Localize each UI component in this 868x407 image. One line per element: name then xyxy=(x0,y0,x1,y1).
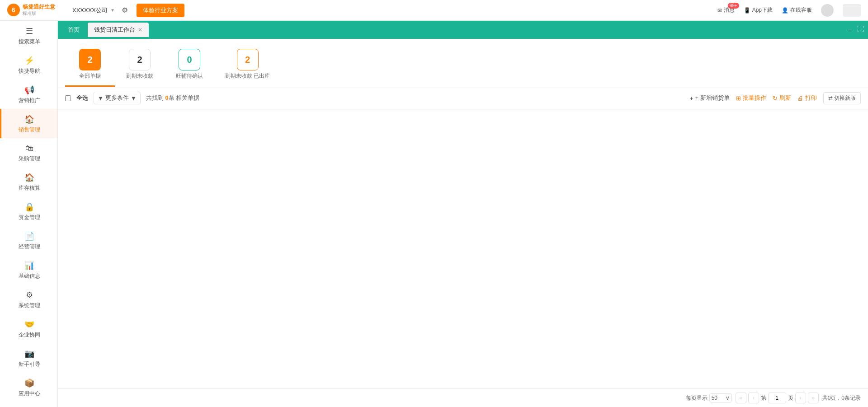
logo-sub: 标准版 xyxy=(23,10,55,17)
sidebar-item-basic-info[interactable]: 📊 基础信息 xyxy=(0,255,57,285)
stat-label-wangwang: 旺辅待确认 xyxy=(176,72,203,80)
inventory-icon: 🏠 xyxy=(24,173,34,182)
refresh-icon: ↻ xyxy=(773,95,778,102)
total-info: 共0页，0条记录 xyxy=(822,394,861,402)
page-suffix: 页 xyxy=(788,394,793,402)
stat-tab-overdue-shipped[interactable]: 2 到期未收款 已出库 xyxy=(214,44,281,87)
online-service-label: 在线客服 xyxy=(790,6,812,14)
logo-icon: 6 xyxy=(7,4,20,16)
sidebar-item-label: 资金管理 xyxy=(19,214,40,221)
avatar[interactable] xyxy=(821,4,834,17)
sidebar-item-inventory[interactable]: 🏠 库存核算 xyxy=(0,167,57,196)
filter-button[interactable]: ▼ 更多条件 ▼ xyxy=(94,92,141,104)
app-center-icon: 📦 xyxy=(24,378,34,388)
sidebar-item-label: 基础信息 xyxy=(19,272,40,280)
tab-actions: － ⛶ xyxy=(846,25,864,35)
tab-home-label: 首页 xyxy=(68,26,80,34)
stat-number-wangwang: 0 xyxy=(179,49,200,70)
company-selector[interactable]: XXXXXX公司 ▼ xyxy=(72,6,115,14)
refresh-button[interactable]: ↻ 刷新 xyxy=(773,94,791,102)
print-button[interactable]: 🖨 打印 xyxy=(797,94,817,102)
sidebar-item-purchase[interactable]: 🛍 采购管理 xyxy=(0,138,57,167)
found-count: 0 xyxy=(165,94,168,101)
trial-button[interactable]: 体验行业方案 xyxy=(137,4,184,17)
sidebar-item-label: 系统管理 xyxy=(19,302,40,309)
service-icon: 👤 xyxy=(782,7,788,14)
sidebar-item-cooperation[interactable]: 🤝 企业协同 xyxy=(0,314,57,343)
sidebar-item-label: 应用中心 xyxy=(19,390,40,398)
batch-operation-button[interactable]: ⊞ 批量操作 xyxy=(736,94,766,102)
stat-label-overdue-shipped: 到期未收款 已出库 xyxy=(225,72,270,80)
sidebar-item-quick-nav[interactable]: ⚡ 快捷导航 xyxy=(0,50,57,80)
sidebar-item-label: 企业协同 xyxy=(19,331,40,339)
stats-tabs: 2 全部单据 2 到期未收款 0 旺辅待确认 2 到期未收款 已出库 xyxy=(65,44,861,87)
top-header: 6 畅捷通好生意 标准版 XXXXXX公司 ▼ ⚙ 体验行业方案 ✉ 消息 99… xyxy=(0,0,868,21)
system-icon: ⚙ xyxy=(26,290,33,300)
sidebar-item-app-center[interactable]: 📦 应用中心 xyxy=(0,373,57,402)
filter-chevron-icon: ▼ xyxy=(131,95,137,102)
sidebar-item-search-menu[interactable]: ☰ 搜索菜单 xyxy=(0,21,57,50)
stat-label-all: 全部单据 xyxy=(79,72,101,80)
add-order-button[interactable]: + + 新增销货单 xyxy=(690,94,730,102)
phone-icon: 📱 xyxy=(744,7,750,14)
sidebar-item-label: 新手引导 xyxy=(19,360,40,368)
sidebar-item-wechat[interactable]: 💬 企业微信 xyxy=(0,402,57,407)
sidebar-item-sales[interactable]: 🏠 销售管理 xyxy=(0,109,57,138)
tab-minimize-icon[interactable]: － xyxy=(846,25,854,35)
app-download-action[interactable]: 📱 App下载 xyxy=(744,6,773,14)
stat-tab-wangwang[interactable]: 0 旺辅待确认 xyxy=(165,44,214,87)
tab-maximize-icon[interactable]: ⛶ xyxy=(857,25,864,35)
refresh-label: 刷新 xyxy=(779,94,791,102)
page-size-value: 50 xyxy=(712,395,717,401)
message-badge: 99+ xyxy=(728,3,739,9)
sidebar-item-operations[interactable]: 📄 经营管理 xyxy=(0,226,57,255)
page-nav: « ‹ 第 页 › » xyxy=(736,393,819,403)
message-action[interactable]: ✉ 消息 99+ xyxy=(717,6,735,14)
operations-icon: 📄 xyxy=(24,231,34,241)
logo-area: 6 畅捷通好生意 标准版 xyxy=(7,4,65,16)
prev-page-button[interactable]: ‹ xyxy=(748,393,759,403)
select-all-checkbox[interactable] xyxy=(65,95,71,101)
sidebar: ☰ 搜索菜单 ⚡ 快捷导航 📢 营销推广 🏠 销售管理 🛍 采购管理 🏠 库存核… xyxy=(0,21,58,407)
main-content: 首页 钱货日清工作台 ✕ － ⛶ 2 全部单据 xyxy=(58,21,868,407)
sales-icon: 🏠 xyxy=(24,114,34,124)
batch-icon: ⊞ xyxy=(736,95,741,102)
page-area: 2 全部单据 2 到期未收款 0 旺辅待确认 2 到期未收款 已出库 xyxy=(58,39,868,407)
toolbar: 全选 ▼ 更多条件 ▼ 共找到 0条 相关单据 + + 新增销货单 ⊞ xyxy=(58,87,868,109)
sidebar-item-marketing[interactable]: 📢 营销推广 xyxy=(0,80,57,109)
stat-tab-overdue[interactable]: 2 到期未收款 xyxy=(115,44,165,87)
sidebar-item-label: 经营管理 xyxy=(19,243,40,251)
switch-version-button[interactable]: ⇄ 切换新版 xyxy=(823,92,861,104)
next-page-button[interactable]: › xyxy=(795,393,806,403)
stat-tab-all[interactable]: 2 全部单据 xyxy=(65,44,115,87)
company-name: XXXXXX公司 xyxy=(72,6,108,14)
last-page-button[interactable]: » xyxy=(808,393,819,403)
app-container: ☰ 搜索菜单 ⚡ 快捷导航 📢 营销推广 🏠 销售管理 🛍 采购管理 🏠 库存核… xyxy=(0,21,868,407)
online-service-action[interactable]: 👤 在线客服 xyxy=(782,6,812,14)
print-icon: 🖨 xyxy=(797,95,803,102)
sidebar-item-system[interactable]: ⚙ 系统管理 xyxy=(0,285,57,314)
tab-workbench-label: 钱货日清工作台 xyxy=(94,26,135,34)
filter-label: 更多条件 xyxy=(105,94,129,102)
tab-workbench[interactable]: 钱货日清工作台 ✕ xyxy=(88,23,149,37)
settings-icon[interactable]: ⚙ xyxy=(118,4,131,17)
tab-bar: 首页 钱货日清工作台 ✕ － ⛶ xyxy=(58,21,868,39)
tab-close-icon[interactable]: ✕ xyxy=(138,27,142,33)
select-all-label: 全选 xyxy=(76,94,88,102)
first-page-button[interactable]: « xyxy=(736,393,746,403)
page-number-input[interactable] xyxy=(768,393,786,403)
stats-section: 2 全部单据 2 到期未收款 0 旺辅待确认 2 到期未收款 已出库 xyxy=(58,39,868,87)
add-icon: + xyxy=(690,95,693,102)
sidebar-item-label: 销售管理 xyxy=(19,126,40,134)
switch-label: 切换新版 xyxy=(834,95,856,101)
page-prefix: 第 xyxy=(761,394,766,402)
add-label: + 新增销货单 xyxy=(695,94,729,102)
sidebar-item-guide[interactable]: 📷 新手引导 xyxy=(0,343,57,373)
page-size-select[interactable]: 50 ∨ xyxy=(709,393,732,402)
user-menu[interactable] xyxy=(843,4,861,17)
marketing-icon: 📢 xyxy=(24,85,34,95)
sidebar-item-finance[interactable]: 🔒 资金管理 xyxy=(0,196,57,226)
batch-label: 批量操作 xyxy=(743,94,766,102)
tab-home[interactable]: 首页 xyxy=(61,23,86,37)
sidebar-item-label: 搜索菜单 xyxy=(19,38,40,46)
